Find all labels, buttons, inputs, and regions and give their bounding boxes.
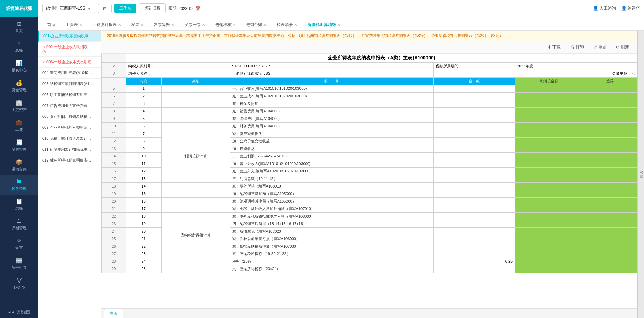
cell-line[interactable]: 11 [126,160,161,167]
close-icon[interactable]: ✕ [118,23,121,27]
cell-line[interactable]: 9 [126,145,161,152]
cell-amount[interactable] [433,107,515,115]
form-list-item-004[interactable]: 004-期间费用明细表(A1040… [38,68,101,79]
cell-amount[interactable] [433,235,515,243]
cell-line[interactable]: 16 [126,197,161,205]
cell-line[interactable]: 7 [126,130,161,137]
company-selector[interactable]: (勿删）江西服宝-LSS ▼ [42,4,95,13]
form-list-item-011[interactable]: 011-研发费用加计扣除优惠… [38,144,101,155]
cell-line[interactable]: 4 [126,107,161,115]
tab-salary-report[interactable]: 工资统计报表 ✕ [87,20,126,30]
cell-profit[interactable] [515,85,583,92]
close-icon[interactable]: ✕ [264,23,266,27]
cell-line[interactable]: 25 [126,265,161,273]
cell-profit[interactable] [515,235,583,243]
cell-profit[interactable] [515,115,583,122]
cell-amount[interactable] [433,85,515,92]
cell-amount[interactable] [433,175,515,182]
sidebar-item-asset[interactable]: 💰 资金管理 [0,76,38,96]
sidebar-item-settings[interactable]: ⚙ 设置 [0,234,38,254]
cell-line[interactable]: 6 [126,122,161,130]
sidebar-item-purchase[interactable]: 📦 进销台账 [0,155,38,175]
form-list-item-002[interactable]: ⊙ 002-一般企业收入明细表(A1… [38,42,101,57]
cell-amount[interactable] [433,190,515,197]
cell-line[interactable]: 23 [126,250,161,258]
app-logo[interactable]: 畅捷通易代账 [0,0,38,17]
year-2019[interactable]: 2019 [638,31,644,318]
tab-invoice-open[interactable]: 发票开票 ✕ [180,20,210,30]
cell-amount[interactable] [433,160,515,167]
tab-invoice-calc[interactable]: 发票算账 ✕ [149,20,179,30]
cell-amount[interactable] [433,152,515,160]
cell-line[interactable]: 19 [126,220,161,227]
cell-profit[interactable] [515,167,583,175]
form-list-item-001[interactable]: 001-企业所得税年度纳税申… [38,31,101,42]
print-button[interactable]: 🖨 打印 [568,43,587,51]
cell-amount[interactable] [433,130,515,137]
cell-amount[interactable] [433,167,515,175]
sidebar-item-salary[interactable]: 💼 工资 [0,116,38,136]
close-icon[interactable]: ✕ [79,23,82,27]
cell-line[interactable]: 14 [126,182,161,190]
sidebar-item-archive[interactable]: 🗂 归档管理 [0,215,38,234]
tab-tax-table[interactable]: 税表清册 ✕ [272,20,302,30]
tab-main-table[interactable]: 主表 [104,309,123,318]
sidebar-item-ledger[interactable]: ≡ 总账 [0,37,38,56]
close-icon[interactable]: ✕ [294,23,297,27]
cell-line[interactable]: 13 [126,175,161,182]
cell-profit[interactable] [515,137,583,145]
cell-line[interactable]: 21 [126,235,161,243]
tab-audit[interactable]: 进销稽核 ✕ [210,20,240,30]
unpin-button[interactable]: ◄◄ 取消固定 [0,306,38,318]
close-icon[interactable]: ✕ [337,23,340,27]
close-icon[interactable]: ✕ [233,23,236,27]
download-button[interactable]: ⬇ 下载 [545,43,563,51]
cell-profit[interactable] [515,182,583,190]
cell-profit[interactable] [515,130,583,137]
cell-line[interactable]: 12 [126,167,161,175]
form-list-item-003[interactable]: ⊙ 003-一般企业成本支出明细… [38,57,101,68]
tab-invoice[interactable]: 发票 ✕ [126,20,148,30]
cell-amount[interactable] [433,265,515,273]
form-list-item-009[interactable]: 009-企业所得税补亏损明细… [38,122,101,133]
cell-profit[interactable] [515,92,583,100]
switch-old-button[interactable]: 切到旧版 [139,3,166,13]
cell-line[interactable]: 10 [126,152,161,160]
tab-home[interactable]: 首页 [42,20,60,30]
cell-amount[interactable] [433,145,515,152]
cell-amount[interactable] [433,122,515,130]
cell-amount[interactable] [433,220,515,227]
close-icon[interactable]: ✕ [171,23,174,27]
cell-line[interactable]: 2 [126,92,161,100]
cell-profit[interactable] [515,175,583,182]
sidebar-item-invoice[interactable]: 🧾 发票管理 [0,136,38,155]
cell-profit[interactable] [515,190,583,197]
cell-line[interactable]: 1 [126,85,161,92]
refresh-button[interactable]: ⟳ 刷新 [613,43,632,51]
cell-profit[interactable] [515,197,583,205]
consult-button[interactable]: 👤 人工咨询 [593,5,616,11]
cell-profit[interactable] [515,100,583,107]
form-list-item-010[interactable]: 010-免税、减计收入及加计… [38,133,101,144]
cell-profit[interactable] [515,243,583,250]
sidebar-item-fixed[interactable]: 🏢 固定资产 [0,96,38,116]
sidebar-item-report[interactable]: 📊 报表中心 [0,56,38,76]
tab-purchase-ledger[interactable]: 进销台账 ✕ [241,20,271,30]
sidebar-item-tax[interactable]: 🏛 税务管理 [0,175,38,195]
cell-line[interactable]: 17 [126,205,161,212]
print-icon-btn[interactable]: ⊟ [98,4,112,13]
cell-profit[interactable] [515,107,583,115]
cell-amount[interactable]: 0.25 [433,258,515,265]
close-icon[interactable]: ✕ [202,23,205,27]
cell-profit[interactable] [515,122,583,130]
cell-amount[interactable] [433,205,515,212]
sidebar-item-member[interactable]: ⋁ 畅会员 [0,274,38,293]
cell-amount[interactable] [433,92,515,100]
tab-salary[interactable]: 工资表 ✕ [61,20,87,30]
close-icon[interactable]: ✕ [141,23,143,27]
cell-profit[interactable] [515,258,583,265]
tab-income-tax[interactable]: 所得税汇算清缴 ✕ [303,20,345,30]
cell-amount[interactable] [433,182,515,190]
cell-amount[interactable] [433,227,515,235]
cell-amount[interactable] [433,100,515,107]
